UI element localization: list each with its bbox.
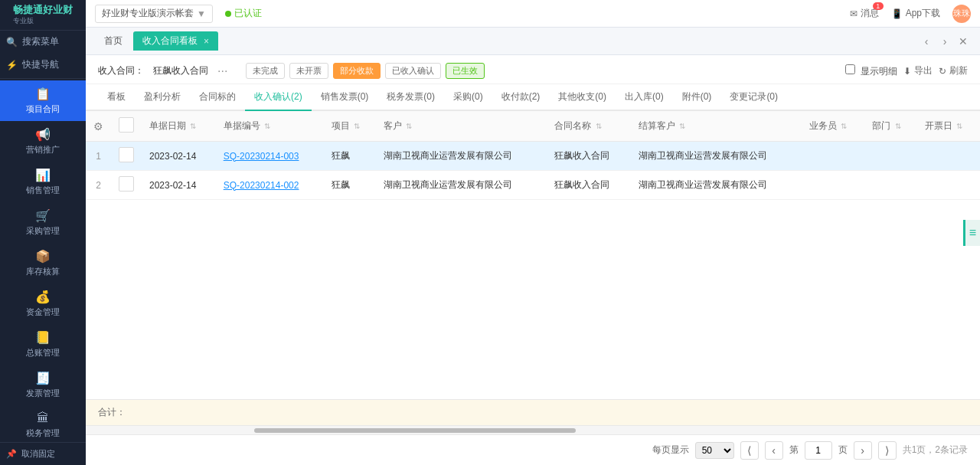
user-menu-btn[interactable]: 珠珠: [952, 5, 971, 23]
sidebar-pin-btn[interactable]: 📌 取消固定: [0, 443, 86, 465]
sidebar-item-project[interactable]: 📋 项目合同: [0, 80, 86, 121]
col-settlement-customer-header[interactable]: 结算客户 ⇅: [631, 111, 802, 142]
sidebar-item-tax[interactable]: 🏛 税务管理: [0, 405, 86, 442]
sidebar-item-inventory[interactable]: 📦 库存核算: [0, 243, 86, 283]
row-2-checkbox[interactable]: [119, 176, 134, 192]
sidebar-search[interactable]: 🔍 搜索菜单: [0, 31, 86, 53]
next-page-btn[interactable]: ›: [854, 441, 872, 460]
subtab-tax-invoice[interactable]: 税务发票(0): [377, 84, 444, 111]
subtab-income-confirm[interactable]: 收入确认(2): [245, 84, 312, 111]
row-2-contract-name: 狂飙收入合同: [547, 171, 630, 200]
prev-page-btn[interactable]: ‹: [765, 441, 783, 460]
show-detail-checkbox[interactable]: [845, 64, 855, 74]
col-settings: ⚙: [86, 111, 111, 142]
sidebar-capital-label: 资金管理: [26, 306, 60, 318]
subtab-attachment[interactable]: 附件(0): [673, 84, 721, 111]
company-name: 好业财专业版演示帐套: [102, 7, 194, 20]
sidebar-item-sales[interactable]: 📊 销售管理: [0, 162, 86, 202]
active-tab-label: 收入合同看板: [142, 34, 198, 47]
page-input[interactable]: [805, 441, 832, 460]
right-panel-btn[interactable]: ≡: [963, 220, 980, 246]
header-checkbox[interactable]: [119, 117, 134, 133]
contract-name-sort-icon: ⇅: [596, 122, 602, 130]
sidebar-item-purchase[interactable]: 🛒 采购管理: [0, 202, 86, 243]
table-row[interactable]: 1 2023-02-14 SQ-20230214-003 狂飙 湖南卫视商业运营…: [86, 142, 980, 171]
col-department-header[interactable]: 部门 ⇅: [864, 111, 916, 142]
tab-close-btn[interactable]: ×: [204, 36, 209, 47]
tab-prev-btn[interactable]: ‹: [919, 34, 934, 49]
sidebar-item-general[interactable]: 📒 总账管理: [0, 324, 86, 365]
subtab-warehouse[interactable]: 出入库(0): [616, 84, 673, 111]
row-1-number[interactable]: SQ-20230214-003: [216, 142, 324, 171]
app-name: 畅捷通好业财: [13, 4, 73, 16]
row-2-checkbox-cell: [111, 171, 142, 200]
app-download-btn[interactable]: 📱 App下载: [891, 7, 940, 20]
message-icon: ✉: [850, 8, 858, 19]
col-customer-header[interactable]: 客户 ⇅: [376, 111, 547, 142]
table-area: ⚙ 单据日期 ⇅ 单据编号 ⇅ 项目 ⇅: [86, 111, 980, 399]
subtab-change-log[interactable]: 变更记录(0): [720, 84, 787, 111]
status-incomplete[interactable]: 未完成: [246, 63, 285, 79]
contract-more-btn[interactable]: ···: [217, 64, 227, 78]
tab-home[interactable]: 首页: [95, 31, 132, 51]
col-open-date-header[interactable]: 开票日 ⇅: [917, 111, 980, 142]
status-no-invoice[interactable]: 未开票: [289, 63, 328, 79]
table-row[interactable]: 2 2023-02-14 SQ-20230214-002 狂飙 湖南卫视商业运营…: [86, 171, 980, 200]
export-label: 导出: [914, 64, 933, 77]
marketing-icon: 📢: [35, 127, 51, 142]
settings-icon[interactable]: ⚙: [93, 120, 103, 133]
sidebar-item-marketing[interactable]: 📢 营销推广: [0, 121, 86, 162]
subtab-other-income[interactable]: 其他收支(0): [549, 84, 616, 111]
app-download-label: App下载: [906, 7, 940, 20]
horizontal-scrollbar[interactable]: [86, 425, 980, 434]
col-salesperson-header[interactable]: 业务员 ⇅: [802, 111, 864, 142]
content-area: 收入合同： 狂飙收入合同 ··· 未完成 未开票 部分收款 已收入确认 已生效 …: [86, 55, 980, 465]
export-btn[interactable]: ⬇ 导出: [903, 64, 933, 77]
tab-contract-board[interactable]: 收入合同看板 ×: [133, 31, 218, 51]
page-size-select[interactable]: 20 50 100: [695, 442, 734, 459]
row-1-customer: 湖南卫视商业运营发展有限公司: [376, 142, 547, 171]
status-partial-received[interactable]: 部分收款: [333, 63, 381, 79]
row-2-number[interactable]: SQ-20230214-002: [216, 171, 324, 200]
tab-close-all-btn[interactable]: ✕: [956, 34, 971, 49]
subtab-purchase[interactable]: 采购(0): [444, 84, 492, 111]
company-selector[interactable]: 好业财专业版演示帐套 ▼: [95, 5, 213, 23]
first-page-btn[interactable]: ⟨: [740, 441, 759, 460]
capital-icon: 💰: [35, 290, 51, 304]
row-2-department: [864, 171, 916, 200]
sidebar-item-invoice[interactable]: 🧾 发票管理: [0, 365, 86, 405]
tab-next-btn[interactable]: ›: [937, 34, 952, 49]
inventory-icon: 📦: [35, 249, 51, 264]
subtab-payment[interactable]: 收付款(2): [492, 84, 550, 111]
subtab-sales-invoice[interactable]: 销售发票(0): [312, 84, 378, 111]
row-1-salesperson: [802, 142, 864, 171]
subtab-kanban[interactable]: 看板: [98, 84, 135, 111]
contract-label: 收入合同：: [98, 64, 144, 77]
status-confirmed[interactable]: 已收入确认: [385, 63, 441, 79]
invoice-icon: 🧾: [35, 371, 51, 385]
row-2-salesperson: [802, 171, 864, 200]
project-sort-icon: ⇅: [354, 122, 360, 130]
status-tags: 未完成 未开票 部分收款 已收入确认 已生效: [246, 63, 485, 79]
refresh-btn[interactable]: ↻ 刷新: [939, 64, 968, 77]
sidebar-purchase-label: 采购管理: [26, 225, 60, 237]
settlement-customer-sort-icon: ⇅: [679, 122, 685, 130]
sidebar-item-capital[interactable]: 💰 资金管理: [0, 283, 86, 324]
contract-header: 收入合同： 狂飙收入合同 ··· 未完成 未开票 部分收款 已收入确认 已生效 …: [86, 55, 980, 84]
subtab-profit[interactable]: 盈利分析: [135, 84, 190, 111]
data-table: ⚙ 单据日期 ⇅ 单据编号 ⇅ 项目 ⇅: [86, 111, 980, 200]
col-project-header[interactable]: 项目 ⇅: [324, 111, 376, 142]
col-date-header[interactable]: 单据日期 ⇅: [142, 111, 216, 142]
status-effective[interactable]: 已生效: [446, 63, 485, 79]
col-number-header[interactable]: 单据编号 ⇅: [216, 111, 324, 142]
message-btn[interactable]: ✉ 消息 1: [850, 7, 879, 20]
sidebar-quick-nav[interactable]: ⚡ 快捷导航: [0, 53, 86, 77]
last-page-btn[interactable]: ⟩: [878, 441, 897, 460]
row-1-checkbox[interactable]: [119, 147, 134, 162]
per-page-label: 每页显示: [652, 444, 689, 457]
scrollbar-thumb[interactable]: [254, 428, 576, 433]
col-contract-name-header[interactable]: 合同名称 ⇅: [547, 111, 630, 142]
subtab-standard[interactable]: 合同标的: [190, 84, 245, 111]
row-1-project: 狂飙: [324, 142, 376, 171]
row-2-num: 2: [86, 171, 111, 200]
